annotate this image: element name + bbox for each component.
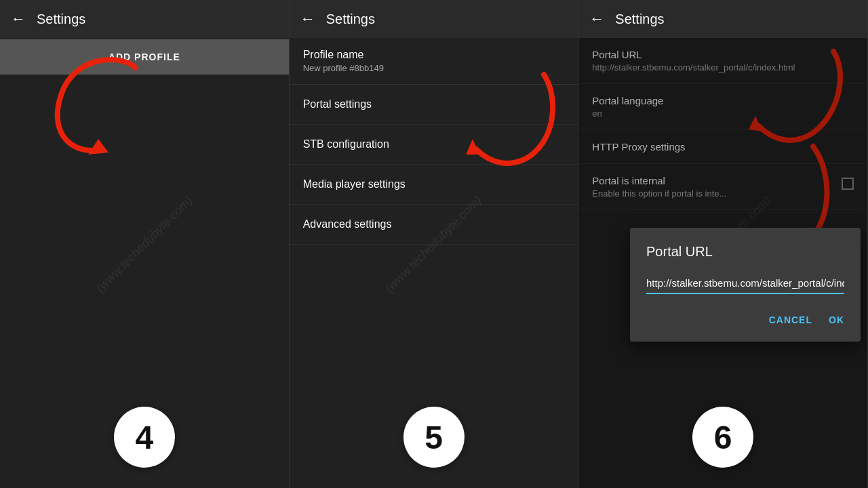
dialog-cancel-button[interactable]: CANCEL	[769, 314, 812, 325]
dialog-actions: CANCEL OK	[646, 314, 844, 325]
dialog-url-input[interactable]	[646, 273, 844, 294]
settings-item-media[interactable]: Media player settings	[290, 165, 578, 205]
panel3-title: Settings	[615, 12, 664, 27]
profile-name-section: Profile name New profile #8bb149	[290, 38, 578, 85]
back-button-1[interactable]: ←	[11, 10, 26, 28]
panel-step-4: (www.techedubyte.com) ← Settings ADD PRO…	[0, 0, 290, 488]
step-circle-4: 4	[114, 407, 175, 468]
step-circle-6: 6	[692, 407, 753, 468]
add-profile-button[interactable]: ADD PROFILE	[0, 39, 289, 75]
back-button-3[interactable]: ←	[589, 10, 604, 28]
settings-item-stb[interactable]: STB configuration	[290, 125, 578, 165]
panel-step-6: (www.techedubyte.com) ← Settings Portal …	[578, 0, 868, 488]
step-circle-5: 5	[403, 407, 465, 468]
portal-url-dialog: Portal URL CANCEL OK	[630, 228, 861, 342]
dialog-title: Portal URL	[646, 244, 844, 260]
panel1-title: Settings	[37, 12, 85, 27]
panel-step-5: (www.techedubyte.com) ← Settings Profile…	[290, 0, 579, 488]
panel2-header: ← Settings	[290, 0, 578, 38]
profile-name-label: Profile name	[303, 49, 565, 61]
panel1-header: ← Settings	[0, 0, 289, 38]
settings-item-advanced[interactable]: Advanced settings	[290, 205, 578, 245]
back-button-2[interactable]: ←	[300, 10, 315, 28]
panel3-header: ← Settings	[578, 0, 867, 38]
dialog-ok-button[interactable]: OK	[829, 314, 844, 325]
settings-item-portal[interactable]: Portal settings	[290, 85, 578, 125]
panel2-title: Settings	[326, 12, 375, 27]
profile-name-value: New profile #8bb149	[303, 63, 565, 73]
